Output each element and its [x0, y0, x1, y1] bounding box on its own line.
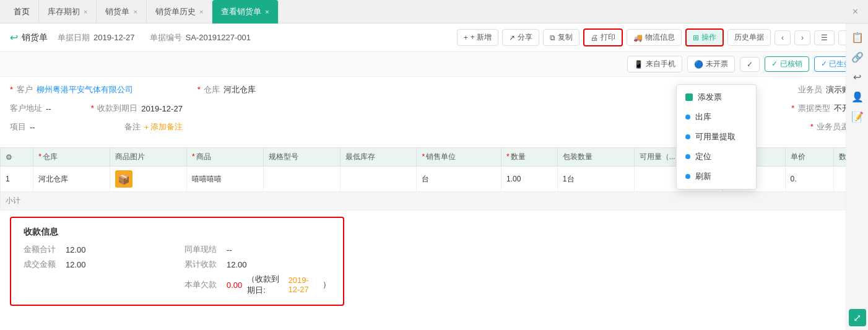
payment-due-value: 0.00	[227, 280, 242, 290]
payment-deal-value: 12.00	[66, 260, 86, 269]
tab-sales-history[interactable]: 销货单历史 ×	[147, 0, 212, 24]
payment-info-box: 收款信息 金额合计 12.00 同单现结 -- 成交金额 12.00 累计收款 …	[10, 217, 344, 306]
payment-same-settle-value: --	[227, 245, 232, 254]
warehouse-label: * 仓库	[197, 84, 220, 95]
available-qty-icon	[685, 134, 690, 139]
tab-bar: 首页 库存期初 × 销货单 × 销货单历史 × 查看销货单 × ×	[0, 0, 868, 24]
copy-label: 复制	[558, 32, 573, 43]
row-qty: 1.00	[501, 167, 558, 192]
verified-label: 已核销	[780, 59, 802, 68]
sales-order-icon: ↩	[10, 32, 18, 43]
right-sidebar: 📋 🔗 ↩ 👤 📝 ⤢	[846, 24, 868, 330]
logistics-icon: 🚚	[633, 33, 643, 42]
payment-cumulative-label: 累计收款	[184, 259, 222, 270]
add-label: + 新增	[471, 32, 492, 43]
warehouse-value: 河北仓库	[224, 84, 256, 95]
tab-inventory-close[interactable]: ×	[84, 8, 87, 15]
print-button[interactable]: 🖨 打印	[583, 28, 623, 46]
doc-no-label: 单据编号	[150, 32, 182, 43]
window-close-button[interactable]: ×	[848, 6, 863, 17]
tab-home[interactable]: 首页	[5, 0, 39, 24]
doc-meta: 单据日期 2019-12-27 单据编号 SA-20191227-001	[58, 32, 447, 43]
payment-date-value: 2019-12-27	[141, 104, 183, 113]
share-icon: ↗	[509, 33, 515, 42]
payment-due-label: 本单欠款	[184, 279, 222, 290]
row-product: 嘻嘻嘻嘻	[187, 167, 264, 192]
ticket-label: * 票据类型	[791, 103, 830, 114]
locate-label: 定位	[695, 151, 711, 162]
ops-dropdown-menu: 添发票 出库 可用量提取 定位 刷新	[676, 84, 757, 189]
add-invoice-icon	[685, 93, 693, 101]
share-button[interactable]: ↗ 分享	[502, 29, 539, 46]
payment-total-row: 金额合计 12.00	[24, 244, 170, 255]
col-spec: 规格型号	[263, 148, 340, 167]
payment-grid: 金额合计 12.00 同单现结 -- 成交金额 12.00 累计收款 12.00…	[24, 244, 331, 296]
dropdown-refresh[interactable]: 刷新	[677, 167, 756, 186]
doc-date-value: 2019-12-27	[93, 33, 135, 42]
history-button[interactable]: 历史单据	[727, 29, 771, 46]
tab-sales-history-close[interactable]: ×	[199, 8, 203, 15]
logistics-button[interactable]: 🚚 物流信息	[627, 29, 682, 46]
add-invoice-label: 添发票	[698, 92, 722, 103]
tab-inventory-label: 库存期初	[48, 6, 80, 17]
payment-title: 收款信息	[24, 227, 331, 238]
product-image: 📦	[115, 170, 132, 188]
doc-title: ↩ 销货单	[10, 32, 48, 43]
note-field: 备注 + 添加备注	[124, 121, 183, 132]
col-price: 单价	[785, 148, 833, 167]
from-phone-button[interactable]: 📱 来自手机	[627, 56, 682, 72]
payment-due-note-end: ）	[323, 279, 331, 290]
copy-button[interactable]: ⧉ 复制	[543, 29, 579, 46]
note-label: 备注	[124, 121, 141, 132]
ops-label: 操作	[701, 32, 716, 43]
row-warehouse: 河北仓库	[33, 167, 110, 192]
tab-view-sales-close[interactable]: ×	[265, 8, 269, 15]
payment-same-settle-row: 同单现结 --	[184, 244, 331, 255]
payment-deal-row: 成交金额 12.00	[24, 259, 170, 270]
ops-icon: ⊞	[693, 33, 699, 42]
layout-list-button[interactable]: ☰	[814, 30, 835, 45]
next-button[interactable]: ›	[794, 30, 810, 45]
not-open-button[interactable]: 🔵 未开票	[687, 56, 735, 72]
col-min-stock: 最低库存	[340, 148, 417, 167]
sidebar-icon-3[interactable]: ↩	[849, 68, 866, 85]
row-spec	[263, 167, 340, 192]
prev-button[interactable]: ‹	[775, 30, 791, 45]
payment-total-value: 12.00	[66, 245, 86, 254]
dropdown-add-invoice[interactable]: 添发票	[677, 87, 756, 107]
subtotal-row: 小计	[1, 192, 868, 211]
ops-button[interactable]: ⊞ 操作	[685, 28, 724, 46]
tab-sales-close[interactable]: ×	[133, 8, 137, 15]
add-note-button[interactable]: + 添加备注	[144, 121, 183, 132]
sidebar-icon-1[interactable]: 📋	[849, 28, 866, 46]
sidebar-icon-5[interactable]: 📝	[849, 108, 866, 125]
tab-home-label: 首页	[14, 6, 30, 17]
doc-no-value: SA-20191227-001	[186, 33, 251, 42]
ticket-icon: 🔵	[694, 60, 703, 69]
sidebar-icon-4[interactable]: 👤	[849, 88, 866, 105]
add-button[interactable]: + + 新增	[457, 29, 498, 46]
sidebar-icon-2[interactable]: 🔗	[849, 48, 866, 66]
col-settings: ⚙	[1, 148, 33, 167]
col-warehouse: *仓库	[33, 148, 110, 167]
row-index: 1	[1, 167, 33, 192]
check-button[interactable]: ✓	[740, 57, 760, 72]
tab-inventory[interactable]: 库存期初 ×	[39, 0, 97, 24]
fullscreen-button[interactable]: ⤢	[849, 309, 866, 326]
row-unit: 台	[417, 167, 501, 192]
payment-cumulative-value: 12.00	[227, 260, 247, 269]
refresh-label: 刷新	[695, 171, 711, 182]
dropdown-locate[interactable]: 定位	[677, 147, 756, 167]
customer-value[interactable]: 柳州粤港平安气体有限公司	[37, 84, 133, 95]
payment-date-field: * 收款到期日 2019-12-27	[91, 103, 183, 114]
customer-field: * 客户 柳州粤港平安气体有限公司	[10, 84, 133, 95]
warehouse-field: * 仓库 河北仓库	[197, 84, 256, 95]
dropdown-available-qty[interactable]: 可用量提取	[677, 127, 756, 147]
project-field: 项目 --	[10, 121, 35, 132]
tab-view-sales[interactable]: 查看销货单 ×	[212, 0, 278, 24]
payment-due-note: （收款到期日:	[247, 274, 283, 296]
share-label: 分享	[518, 32, 532, 43]
dropdown-outbound[interactable]: 出库	[677, 107, 756, 127]
subtotal-label: 小计	[1, 192, 868, 211]
tab-sales[interactable]: 销货单 ×	[97, 0, 146, 24]
